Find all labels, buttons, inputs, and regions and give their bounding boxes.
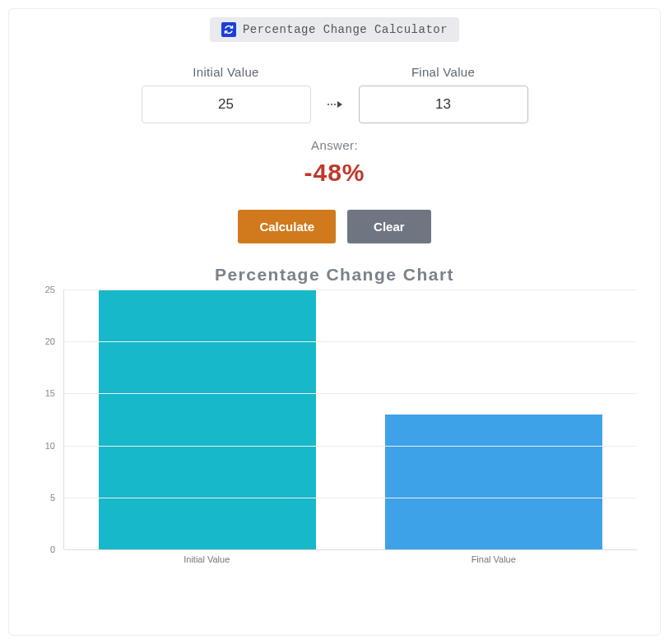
initial-value-input[interactable] xyxy=(142,86,311,123)
chart-y-tick: 20 xyxy=(45,336,55,346)
answer-label: Answer: xyxy=(19,138,650,152)
chart-y-tick: 15 xyxy=(45,388,55,398)
chart-bar-slot xyxy=(351,290,637,549)
inputs-row: Initial Value Final Value xyxy=(19,65,650,123)
chart-gridline xyxy=(64,498,637,498)
calculator-card: Percentage Change Calculator Initial Val… xyxy=(8,8,661,636)
header-title: Percentage Change Calculator xyxy=(243,23,448,36)
calculate-button[interactable]: Calculate xyxy=(238,210,336,243)
final-value-group: Final Value xyxy=(359,65,528,123)
chart-y-tick: 5 xyxy=(50,493,55,503)
arrow-icon xyxy=(326,86,344,123)
chart-gridline xyxy=(64,341,637,342)
chart-x-label: Final Value xyxy=(351,549,638,569)
chart-gridline xyxy=(64,446,637,447)
chart-title: Percentage Change Chart xyxy=(19,265,650,285)
chart-bar xyxy=(385,415,603,549)
chart-bar-slot xyxy=(64,290,351,549)
final-value-label: Final Value xyxy=(411,65,475,79)
clear-button[interactable]: Clear xyxy=(347,210,431,243)
chart-y-tick: 25 xyxy=(45,285,55,294)
chart: 0510152025 Initial ValueFinal Value xyxy=(26,290,643,569)
initial-value-label: Initial Value xyxy=(193,65,258,79)
answer-block: Answer: -48% xyxy=(19,138,650,187)
chart-gridline xyxy=(64,393,637,394)
answer-value: -48% xyxy=(19,159,650,187)
chart-x-label: Initial Value xyxy=(63,549,351,569)
chart-y-axis: 0510152025 xyxy=(26,290,60,549)
chart-bar xyxy=(99,290,317,549)
chart-plot-area xyxy=(63,290,637,549)
header-badge: Percentage Change Calculator xyxy=(210,17,459,42)
chart-x-axis: Initial ValueFinal Value xyxy=(63,549,637,569)
final-value-input[interactable] xyxy=(359,86,528,123)
refresh-icon xyxy=(221,22,236,37)
chart-gridline xyxy=(64,290,637,290)
buttons-row: Calculate Clear xyxy=(19,210,650,243)
initial-value-group: Initial Value xyxy=(142,65,311,123)
chart-y-tick: 10 xyxy=(45,441,55,451)
chart-y-tick: 0 xyxy=(50,544,55,554)
